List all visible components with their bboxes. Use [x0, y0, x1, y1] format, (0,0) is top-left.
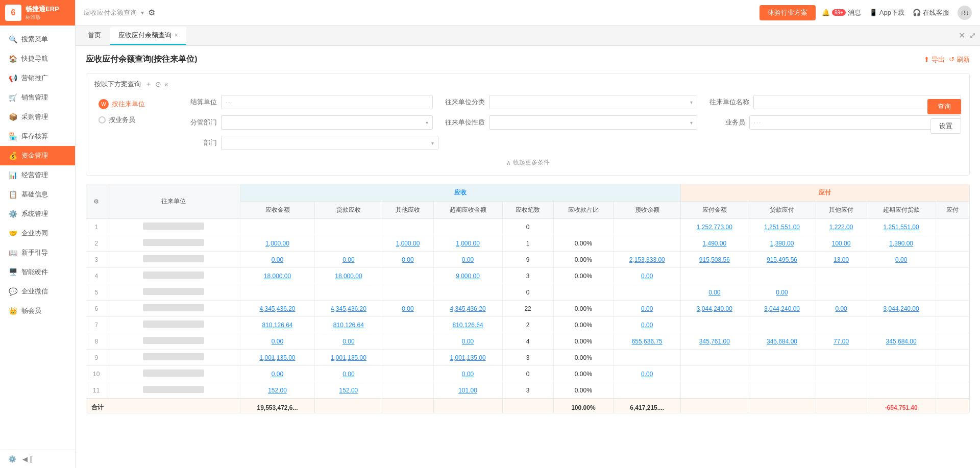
sidebar-collapse-btn[interactable]: ◀ ‖ [22, 455, 33, 463]
purchase-icon: 📦 [8, 113, 17, 121]
export-button[interactable]: ⬆ 导出 [924, 55, 945, 64]
user-avatar-area[interactable]: Rit [958, 6, 972, 20]
tab-home[interactable]: 首页 [80, 27, 109, 45]
header-gear-icon[interactable]: ⚙ [148, 8, 155, 17]
tab-bar-expand-icon[interactable]: ⤢ [969, 31, 976, 40]
export-icon: ⬆ [924, 56, 929, 63]
partner-name-label: 往来单位名称 [709, 97, 749, 107]
footer-ar-count [502, 399, 553, 413]
app-download-btn[interactable]: 📱 App下载 [869, 8, 904, 17]
page-title: 应收应付余额查询(按往来单位) [86, 54, 198, 65]
partner-cell [107, 317, 240, 333]
field-settlement-unit: 结算单位 ··· [181, 95, 433, 109]
query-by-salesperson[interactable]: 按业务员 [94, 112, 176, 128]
row-number: 4 [86, 268, 107, 284]
sidebar-item-vip[interactable]: 👑 畅会员 [0, 301, 75, 321]
edit-scheme-btn[interactable]: ⊙ [155, 80, 161, 88]
settlement-unit-input[interactable]: ··· [221, 95, 433, 109]
sidebar-item-smart-hw[interactable]: 🖥️ 智能硬件 [0, 262, 75, 282]
tab-close-icon[interactable]: × [175, 32, 178, 39]
footer-ar-ratio: 100.00% [553, 399, 614, 413]
search-form-header: 按以下方案查询 ＋ ⊙ « [94, 80, 961, 89]
sales-icon: 🛒 [8, 93, 17, 102]
sidebar-settings-btn[interactable]: ⚙️ [8, 455, 16, 463]
bell-icon: 🔔 [822, 9, 830, 16]
table-row: 80.000.000.0040.00%655,636.75345,761.003… [86, 333, 969, 350]
notification-bell[interactable]: 🔔 99+ 消息 [822, 8, 861, 17]
sidebar-item-enterprise[interactable]: 🤝 企业协同 [0, 224, 75, 243]
sidebar-item-purchase[interactable]: 📦 采购管理 [0, 107, 75, 127]
footer-ar-prepay[interactable]: 6,417,215.... [614, 399, 681, 413]
sidebar-item-basic-info[interactable]: 📋 基础信息 [0, 185, 75, 204]
sidebar-item-marketing[interactable]: 📢 营销推广 [0, 68, 75, 88]
solution-button[interactable]: 体验行业方案 [760, 5, 816, 20]
page-container: 应收应付余额查询(按往来单位) ⬆ 导出 ↺ 刷新 按以下方案查询 ＋ ⊙ « [76, 46, 980, 468]
basic-info-icon: 📋 [8, 190, 17, 199]
table-settings-icon[interactable]: ⚙ [93, 198, 99, 205]
form-row-3: 部门 ▾ [181, 136, 961, 150]
col-ar-amount: 应收金额 [240, 202, 315, 219]
finance-icon: 💰 [8, 152, 17, 160]
sidebar-item-inventory[interactable]: 🏪 库存核算 [0, 127, 75, 146]
partner-cell [107, 333, 240, 350]
partner-nature-label: 往来单位性质 [445, 118, 485, 127]
sidebar-item-system[interactable]: ⚙️ 系统管理 [0, 204, 75, 224]
tab-ar-ap[interactable]: 应收应付余额查询 × [110, 27, 186, 45]
quick-nav-icon: 🏠 [8, 55, 17, 63]
settings-button[interactable]: 设置 [930, 118, 961, 134]
breadcrumb-chevron-icon[interactable]: ▾ [141, 9, 144, 16]
partner-nature-arrow: ▾ [690, 120, 693, 126]
sidebar-item-beginner[interactable]: 📖 新手引导 [0, 243, 75, 262]
table-row: 30.000.000.000.0090.00%2,153,333.00915,5… [86, 252, 969, 268]
marketing-icon: 📢 [8, 74, 17, 82]
online-service-btn[interactable]: 🎧 在线客服 [913, 8, 949, 17]
form-rows: 结算单位 ··· 往来单位分类 ▾ 往来单位名称 [181, 95, 961, 150]
page-header: 应收应付余额查询(按往来单位) ⬆ 导出 ↺ 刷新 [86, 54, 970, 65]
department-input[interactable]: ▾ [221, 136, 438, 150]
footer-ap-loan [748, 399, 816, 413]
app-logo: 6 畅捷通ERP 标准版 [0, 0, 75, 26]
dept-arrow: ▾ [426, 120, 428, 126]
settlement-unit-label: 结算单位 [181, 97, 217, 107]
partner-cell [107, 350, 240, 366]
dept-manager-input[interactable]: ▾ [221, 115, 433, 130]
sidebar-item-finance[interactable]: 💰 资金管理 [0, 146, 75, 165]
partner-category-arrow: ▾ [690, 100, 693, 105]
breadcrumb-text: 应收应付余额查询 [84, 8, 137, 17]
partner-category-input[interactable]: ▾ [489, 95, 697, 109]
col-ap-overdue: 超期应付货款 [867, 202, 936, 219]
query-button[interactable]: 查询 [927, 99, 961, 114]
collapse-more[interactable]: ∧ 收起更多条件 [94, 156, 961, 169]
partner-cell [107, 382, 240, 399]
avatar: Rit [958, 6, 972, 20]
footer-ap-overdue: -654,751.40 [867, 399, 936, 413]
top-header: 应收应付余额查询 ▾ ⚙ 体验行业方案 🔔 99+ 消息 📱 App下载 🎧 在… [76, 0, 980, 26]
row-number: 6 [86, 301, 107, 317]
refresh-button[interactable]: ↺ 刷新 [949, 55, 970, 64]
search-menu-icon: 🔍 [8, 35, 17, 43]
vip-icon: 👑 [8, 307, 17, 315]
tab-bar-close-icon[interactable]: ✕ [959, 31, 965, 40]
sidebar-item-search-menu[interactable]: 🔍 搜索菜单 [0, 30, 75, 49]
wechat-icon: 💬 [8, 287, 17, 295]
field-department: 部门 ▾ [181, 136, 438, 150]
field-partner-name: 往来单位名称 [709, 95, 961, 109]
sidebar-item-wechat[interactable]: 💬 企业微信 [0, 282, 75, 301]
table-row: 500.000.00 [86, 284, 969, 301]
sidebar-item-sales[interactable]: 🛒 销售管理 [0, 88, 75, 107]
sidebar-item-operation[interactable]: 📊 经营管理 [0, 165, 75, 185]
partner-nature-input[interactable]: ▾ [489, 115, 697, 130]
salesperson-input[interactable]: ··· [749, 115, 961, 130]
sidebar-item-quick-nav[interactable]: 🏠 快捷导航 [0, 49, 75, 68]
add-scheme-btn[interactable]: ＋ [145, 80, 152, 89]
table-header-group: ⚙ 往来单位 应收 应付 [86, 184, 969, 202]
query-by-partner[interactable]: W 按往来单位 [94, 96, 176, 112]
ar-ap-tab-label: 应收应付余额查询 [118, 31, 172, 40]
system-icon: ⚙️ [8, 210, 17, 218]
notification-label: 消息 [848, 8, 861, 17]
row-number: 2 [86, 235, 107, 252]
collapse-scheme-btn[interactable]: « [164, 80, 168, 88]
footer-ar-total[interactable]: 19,553,472,6... [240, 399, 315, 413]
row-number: 10 [86, 366, 107, 382]
tab-bar-right: ✕ ⤢ [959, 31, 976, 40]
